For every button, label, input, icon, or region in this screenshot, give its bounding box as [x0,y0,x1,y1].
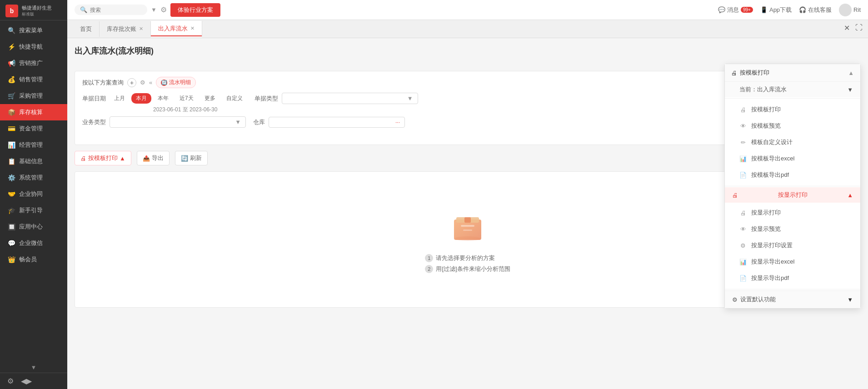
messages-btn[interactable]: 💬 消息 99+ [718,6,753,14]
dp-template-preview[interactable]: 👁 按模板预览 [725,118,860,134]
tab-batch[interactable]: 库存批次账 ✕ [100,21,151,37]
sidebar-item-sales[interactable]: 💰 销售管理 [0,71,67,88]
dp-display-section-arrow: ▲ [847,192,853,199]
sidebar-item-wechat[interactable]: 💬 企业微信 [0,235,67,251]
collab-icon: 🤝 [7,190,15,198]
online-service-label: 在线客服 [808,6,832,14]
tab-batch-close[interactable]: ✕ [139,26,143,32]
dp-footer-arrow: ▼ [847,296,853,303]
sidebar-item-inventory[interactable]: 📦 库存核算 [0,104,67,120]
dp-collapse-arrow[interactable]: ▲ [848,70,854,76]
industry-btn[interactable]: 体验行业方案 [170,3,220,17]
topbar-dropdown-icon[interactable]: ▼ [151,6,157,13]
dp-display-section-header[interactable]: 🖨 按显示打印 ▲ [725,187,860,203]
dp-display-print-label: 按显示打印 [751,209,781,217]
dp-excel-icon: 📊 [739,155,747,162]
biz-type-select[interactable]: ▼ [110,116,246,128]
doc-type-label: 单据类型 [254,95,278,103]
biz-type-filter: 业务类型 ▼ [82,116,246,128]
warehouse-select[interactable]: ··· [269,117,405,128]
dp-template-excel[interactable]: 📊 按模板导出excel [725,150,860,167]
dp-display-settings-label: 按显示打印设置 [751,241,793,249]
sidebar-item-finance[interactable]: 💳 资金管理 [0,120,67,137]
dp-template-print-label: 按模板打印 [751,105,781,114]
sidebar-item-basic[interactable]: 📋 基础信息 [0,153,67,170]
sidebar-nav: 🔍 搜索菜单 ⚡ 快捷导航 📢 营销推广 💰 销售管理 🛒 采购管理 📦 [0,20,67,362]
dp-template-custom[interactable]: ✏ 模板自定义设计 [725,134,860,150]
sidebar-item-purchase[interactable]: 🛒 采购管理 [0,88,67,104]
dp-display-print[interactable]: 🖨 按显示打印 [725,204,860,221]
page-title: 出入库流水(流水明细) [75,45,154,56]
dp-divider-2 [725,186,860,186]
sidebar-item-label: 基础信息 [19,157,43,165]
dp-footer-gear-icon: ⚙ [732,296,738,303]
date-tabs: 上月 本月 本年 近7天 更多 自定义 [110,93,247,104]
sidebar-scroll-down[interactable]: ▼ [0,362,67,373]
export-btn[interactable]: 📤 导出 [137,151,170,165]
sidebar-item-system[interactable]: ⚙️ 系统管理 [0,170,67,186]
search-input[interactable] [90,7,135,13]
dp-display-preview[interactable]: 👁 按显示预览 [725,221,860,237]
sidebar-item-quicknav[interactable]: ⚡ 快捷导航 [0,39,67,55]
dp-display-excel-label: 按显示导出excel [751,258,794,266]
search-icon: 🔍 [7,26,15,35]
app-download-btn[interactable]: 📱 App下载 [760,6,792,14]
page-content: 出入库流水(流水明细) 按以下方案查询 + ⚙ « 🔄 流水明细 [67,38,868,389]
filter-tag: 🔄 流水明细 [156,77,196,88]
tabbar-close-btn[interactable]: ✕ [844,24,850,32]
sidebar-item-operations[interactable]: 📊 经营管理 [0,137,67,153]
topbar-settings-icon[interactable]: ⚙ [160,5,167,14]
date-tab-more[interactable]: 更多 [200,93,220,104]
sidebar-item-appcenter[interactable]: 🔲 应用中心 [0,219,67,235]
doc-type-select[interactable]: ▼ [282,93,418,104]
filter-tag-icon: 🔄 [161,80,167,86]
sidebar-settings-icon[interactable]: ⚙ [7,377,14,385]
date-tab-this-year[interactable]: 本年 [153,93,173,104]
sidebar-item-collab[interactable]: 🤝 企业协同 [0,186,67,202]
filter-collapse-icon[interactable]: « [149,79,152,86]
refresh-btn[interactable]: 🔄 刷新 [175,151,208,165]
dp-display-section-icon: 🖨 [732,192,738,199]
dp-template-pdf[interactable]: 📄 按模板导出pdf [725,167,860,183]
tab-flow[interactable]: 出入库流水 ✕ [151,21,202,37]
dp-display-settings[interactable]: ⚙ 按显示打印设置 [725,237,860,254]
user-avatar-area[interactable]: Rit [839,4,861,16]
sidebar-item-vip[interactable]: 👑 畅会员 [0,251,67,268]
quicknav-icon: ⚡ [7,43,15,51]
date-tab-custom[interactable]: 自定义 [222,93,247,104]
dp-template-print[interactable]: 🖨 按模板打印 [725,101,860,118]
filter-gear-icon[interactable]: ⚙ [140,79,145,86]
tab-flow-close[interactable]: ✕ [190,25,195,31]
date-tab-this-month[interactable]: 本月 [131,93,151,104]
svg-point-3 [455,236,480,241]
dp-print-icon: 🖨 [731,70,737,76]
print-btn[interactable]: 🖨 按模板打印 ▲ [75,151,131,165]
sidebar: b 畅捷通好生意 标准版 🔍 搜索菜单 ⚡ 快捷导航 📢 营销推广 💰 销售管理 [0,0,67,389]
dp-current-label: 当前：出入库流水 [739,85,787,94]
sidebar-item-marketing[interactable]: 📢 营销推广 [0,55,67,71]
dp-footer[interactable]: ⚙ 设置默认功能 ▼ [725,290,860,308]
topbar-search-box[interactable]: 🔍 [75,5,147,15]
date-tab-last-month[interactable]: 上月 [110,93,130,104]
tab-home-label: 首页 [80,25,92,33]
tabbar-expand-btn[interactable]: ⛶ [855,24,863,32]
dp-display-pdf-icon: 📄 [739,274,747,282]
dp-display-excel[interactable]: 📊 按显示导出excel [725,254,860,270]
dp-title-text: 按模板打印 [740,69,769,77]
sidebar-item-search[interactable]: 🔍 搜索菜单 [0,22,67,39]
dp-divider-1 [725,98,860,99]
sidebar-toggle-icon[interactable]: ◀▶ [21,377,32,385]
more-icon: ··· [395,119,400,125]
inventory-icon: 📦 [7,108,15,116]
sidebar-item-guide[interactable]: 🎓 新手引导 [0,202,67,219]
sidebar-item-label: 搜索菜单 [19,26,43,35]
filter-tag-label: 流水明细 [169,79,191,86]
filter-add-btn[interactable]: + [127,78,136,87]
dp-display-pdf[interactable]: 📄 按显示导出pdf [725,270,860,286]
dp-display-print-icon: 🖨 [739,209,747,216]
online-service-btn[interactable]: 🎧 在线客服 [799,6,832,14]
date-tab-7days[interactable]: 近7天 [175,93,198,104]
svg-rect-2 [464,217,471,223]
sidebar-item-label: 企业协同 [19,190,43,198]
tab-home[interactable]: 首页 [73,21,100,37]
